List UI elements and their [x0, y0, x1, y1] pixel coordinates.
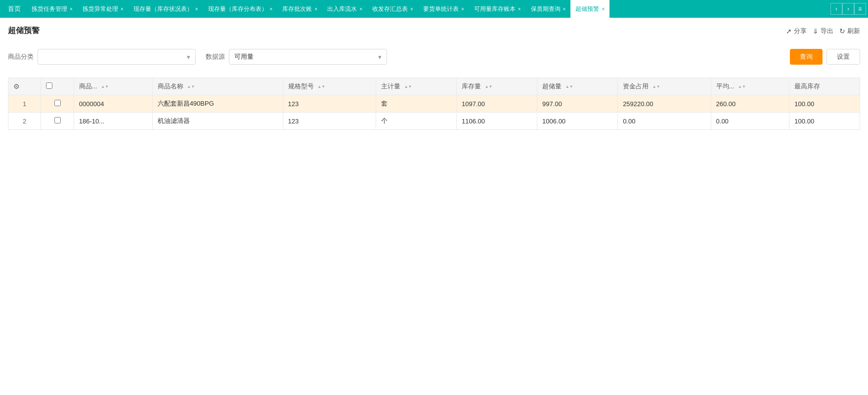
- select-all-checkbox[interactable]: [46, 82, 52, 89]
- nav-tab-9[interactable]: 保质期查询 ×: [526, 0, 571, 18]
- nav-home[interactable]: 首页: [2, 4, 27, 13]
- nav-tab-3[interactable]: 现存量（库存分布表） ×: [203, 0, 278, 18]
- share-icon: ➚: [786, 27, 792, 35]
- category-select-arrow: ▾: [187, 53, 190, 61]
- row-spec-1: 123: [283, 113, 376, 130]
- filter-area: 商品分类 ▾ 数据源 可用量 ▾ 查询 设置: [8, 44, 860, 70]
- datasource-filter: 数据源 可用量 ▾: [206, 49, 387, 65]
- row-capital-0: 259220.00: [618, 95, 711, 113]
- row-num-1: 2: [8, 113, 41, 130]
- row-checkbox-1[interactable]: [41, 113, 74, 130]
- datasource-select-arrow: ▾: [378, 53, 382, 61]
- th-unit[interactable]: 主计量 ▲▼: [376, 78, 457, 95]
- sort-icon-stock: ▲▼: [485, 84, 493, 89]
- row-overstock-0: 997.00: [537, 95, 618, 113]
- th-stock[interactable]: 库存量 ▲▼: [457, 78, 537, 95]
- export-button[interactable]: ⇓ 导出: [813, 27, 833, 36]
- nav-more-button[interactable]: ≡: [854, 3, 866, 15]
- close-tab-5[interactable]: ×: [359, 6, 362, 12]
- filter-buttons: 查询 设置: [790, 49, 860, 65]
- query-button[interactable]: 查询: [790, 49, 823, 65]
- row-num-0: 1: [8, 95, 41, 113]
- main-content: 超储预警 ➚ 分享 ⇓ 导出 ↻ 刷新 商品分类 ▾ 数据源: [0, 18, 868, 395]
- row-unit-1: 个: [376, 113, 457, 130]
- th-max-stock: 最高库存: [789, 78, 860, 95]
- row-product-code-0: 0000004: [74, 95, 152, 113]
- row-stock-0: 1097.00: [457, 95, 537, 113]
- th-settings[interactable]: ⚙: [8, 78, 41, 95]
- close-tab-3[interactable]: ×: [270, 6, 273, 12]
- category-filter: 商品分类 ▾: [8, 49, 196, 65]
- row-product-code-1: 186-10...: [74, 113, 152, 130]
- nav-tab-7[interactable]: 要货单统计表 ×: [418, 0, 469, 18]
- nav-tab-4[interactable]: 库存批次账 ×: [277, 0, 322, 18]
- th-checkbox[interactable]: [41, 78, 74, 95]
- close-tab-7[interactable]: ×: [461, 6, 464, 12]
- sort-icon-unit: ▲▼: [404, 84, 412, 89]
- th-capital[interactable]: 资金占用 ▲▼: [618, 78, 711, 95]
- row-max-stock-1: 100.00: [789, 113, 860, 130]
- table-row: 2 186-10... 机油滤清器 123 个 1106.00 1006.00 …: [8, 113, 860, 130]
- row-max-stock-0: 100.00: [789, 95, 860, 113]
- nav-arrows: ‹ › ≡: [830, 3, 866, 15]
- row-capital-1: 0.00: [618, 113, 711, 130]
- page-title: 超储预警: [8, 26, 40, 36]
- top-nav: 首页 拣货任务管理 × 拣货异常处理 × 现存量（库存状况表） × 现存量（库存…: [0, 0, 868, 18]
- datasource-select[interactable]: 可用量 ▾: [229, 49, 387, 65]
- nav-tab-5[interactable]: 出入库流水 ×: [322, 0, 367, 18]
- close-tab-0[interactable]: ×: [70, 6, 73, 12]
- nav-tab-6[interactable]: 收发存汇总表 ×: [367, 0, 418, 18]
- settings-button[interactable]: 设置: [826, 49, 860, 65]
- sort-icon-product-code: ▲▼: [101, 84, 109, 89]
- nav-tab-1[interactable]: 拣货异常处理 ×: [78, 0, 129, 18]
- row-spec-0: 123: [283, 95, 376, 113]
- close-tab-2[interactable]: ×: [195, 6, 198, 12]
- row-stock-1: 1106.00: [457, 113, 537, 130]
- sort-icon-capital: ▲▼: [652, 84, 660, 89]
- th-spec[interactable]: 规格型号 ▲▼: [283, 78, 376, 95]
- close-tab-9[interactable]: ×: [563, 6, 566, 12]
- nav-tab-2[interactable]: 现存量（库存状况表） ×: [129, 0, 203, 18]
- category-label: 商品分类: [8, 52, 34, 61]
- category-select[interactable]: ▾: [38, 49, 196, 65]
- row-product-name-0: 六配套新昌490BPG: [152, 95, 283, 113]
- table-row: 1 0000004 六配套新昌490BPG 123 套 1097.00 997.…: [8, 95, 860, 113]
- sort-icon-avg: ▲▼: [738, 84, 746, 89]
- nav-tab-8[interactable]: 可用量库存账本 ×: [469, 0, 526, 18]
- sort-icon-spec: ▲▼: [317, 84, 325, 89]
- export-icon: ⇓: [813, 27, 819, 35]
- close-tab-4[interactable]: ×: [314, 6, 317, 12]
- close-tab-6[interactable]: ×: [410, 6, 413, 12]
- sort-icon-overstock: ▲▼: [565, 84, 573, 89]
- refresh-icon: ↻: [839, 27, 845, 35]
- datasource-select-value: 可用量: [234, 52, 254, 61]
- row-overstock-1: 1006.00: [537, 113, 618, 130]
- share-button[interactable]: ➚ 分享: [786, 27, 807, 36]
- table-body: 1 0000004 六配套新昌490BPG 123 套 1097.00 997.…: [8, 95, 860, 130]
- sort-icon-product-name: ▲▼: [187, 84, 195, 89]
- row-checkbox-0[interactable]: [41, 95, 74, 113]
- nav-next-button[interactable]: ›: [842, 3, 854, 15]
- page-header: 超储预警 ➚ 分享 ⇓ 导出 ↻ 刷新: [8, 26, 860, 36]
- datasource-label: 数据源: [206, 52, 225, 61]
- close-tab-8[interactable]: ×: [518, 6, 521, 12]
- row-avg-1: 0.00: [711, 113, 789, 130]
- th-product-code[interactable]: 商品... ▲▼: [74, 78, 152, 95]
- th-avg[interactable]: 平均... ▲▼: [711, 78, 789, 95]
- nav-tab-0[interactable]: 拣货任务管理 ×: [27, 0, 78, 18]
- close-tab-1[interactable]: ×: [121, 6, 124, 12]
- table-header-row: ⚙ 商品... ▲▼ 商品名称 ▲▼ 规格型号 ▲▼ 主计: [8, 78, 860, 95]
- row-avg-0: 260.00: [711, 95, 789, 113]
- header-actions: ➚ 分享 ⇓ 导出 ↻ 刷新: [786, 27, 860, 36]
- th-product-name[interactable]: 商品名称 ▲▼: [152, 78, 283, 95]
- row-unit-0: 套: [376, 95, 457, 113]
- close-tab-10[interactable]: ×: [602, 6, 605, 12]
- gear-icon: ⚙: [13, 82, 20, 90]
- nav-prev-button[interactable]: ‹: [830, 3, 842, 15]
- th-overstock[interactable]: 超储量 ▲▼: [537, 78, 618, 95]
- data-table: ⚙ 商品... ▲▼ 商品名称 ▲▼ 规格型号 ▲▼ 主计: [8, 78, 860, 130]
- refresh-button[interactable]: ↻ 刷新: [839, 27, 860, 36]
- row-product-name-1: 机油滤清器: [152, 113, 283, 130]
- nav-tab-10[interactable]: 超储预警 ×: [570, 0, 609, 18]
